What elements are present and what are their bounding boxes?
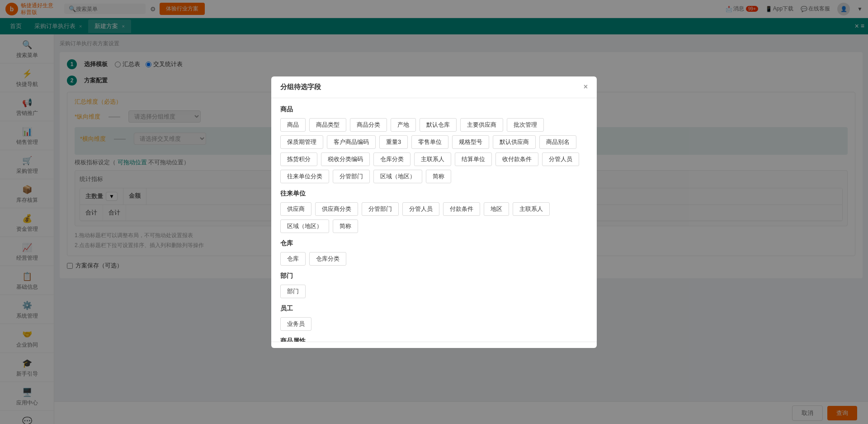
field-tag[interactable]: 批次管理 xyxy=(507,118,544,132)
field-tag[interactable]: 默认供应商 xyxy=(493,135,536,149)
field-tag[interactable]: 收付款条件 xyxy=(495,152,538,166)
field-tag[interactable]: 客户商品编码 xyxy=(327,135,376,149)
field-tag[interactable]: 主要供应商 xyxy=(460,118,503,132)
field-tag[interactable]: 区域（地区） xyxy=(280,219,329,233)
field-tag[interactable]: 部门 xyxy=(280,285,306,298)
modal-dialog: 分组待选字段 × 商品 商品 商品类型 商品分类 产地 默认仓库 主要供应商 批… xyxy=(271,76,597,348)
modal-header: 分组待选字段 × xyxy=(271,76,597,98)
field-tag[interactable]: 分管人员 xyxy=(542,152,579,166)
field-tag[interactable]: 仓库分类 xyxy=(309,252,346,266)
field-tag[interactable]: 简称 xyxy=(333,219,358,233)
field-tag[interactable]: 分管人员 xyxy=(402,202,439,216)
modal-body: 商品 商品 商品类型 商品分类 产地 默认仓库 主要供应商 批次管理 保质期管理… xyxy=(271,98,597,342)
field-tag[interactable]: 仓库 xyxy=(280,252,306,266)
field-tags-partners: 供应商 供应商分类 分管部门 分管人员 付款条件 地区 主联系人 区域（地区） … xyxy=(280,202,588,233)
field-tag[interactable]: 商品别名 xyxy=(539,135,576,149)
field-tag[interactable]: 供应商 xyxy=(280,202,311,216)
field-tags-warehouse: 仓库 仓库分类 xyxy=(280,252,588,266)
field-tag[interactable]: 供应商分类 xyxy=(315,202,358,216)
field-tag[interactable]: 简称 xyxy=(426,170,451,183)
field-tag[interactable]: 结算单位 xyxy=(455,152,492,166)
field-tag[interactable]: 重量3 xyxy=(379,135,408,149)
section-title-goods: 商品 xyxy=(280,105,588,114)
section-title-dept: 部门 xyxy=(280,272,588,280)
field-tags-dept: 部门 xyxy=(280,285,588,298)
section-title-goods-attr: 商品属性 xyxy=(280,337,588,342)
modal-hscroll[interactable] xyxy=(271,342,597,348)
field-tag[interactable]: 商品类型 xyxy=(309,118,346,132)
field-tag[interactable]: 地区 xyxy=(484,202,509,216)
field-tag[interactable]: 区域（地区） xyxy=(373,170,422,183)
field-tag[interactable]: 仓库分类 xyxy=(373,152,410,166)
field-tag[interactable]: 拣货积分 xyxy=(280,152,317,166)
field-tag[interactable]: 往来单位分类 xyxy=(280,170,329,183)
field-tag[interactable]: 规格型号 xyxy=(452,135,489,149)
section-title-staff: 员工 xyxy=(280,305,588,313)
modal-title: 分组待选字段 xyxy=(280,83,321,91)
modal-close-button[interactable]: × xyxy=(584,83,588,91)
field-tag[interactable]: 主联系人 xyxy=(414,152,451,166)
field-tags-staff: 业务员 xyxy=(280,317,588,331)
field-tag[interactable]: 默认仓库 xyxy=(420,118,457,132)
field-tags-goods: 商品 商品类型 商品分类 产地 默认仓库 主要供应商 批次管理 保质期管理 客户… xyxy=(280,118,588,183)
field-tag[interactable]: 保质期管理 xyxy=(280,135,323,149)
field-tag[interactable]: 分管部门 xyxy=(333,170,370,183)
section-title-warehouse: 仓库 xyxy=(280,239,588,248)
section-title-partners: 往来单位 xyxy=(280,190,588,198)
field-tag[interactable]: 主联系人 xyxy=(513,202,550,216)
field-tag[interactable]: 商品分类 xyxy=(350,118,387,132)
field-tag[interactable]: 分管部门 xyxy=(362,202,399,216)
modal-overlay: 分组待选字段 × 商品 商品 商品类型 商品分类 产地 默认仓库 主要供应商 批… xyxy=(0,0,868,424)
field-tag[interactable]: 税收分类编码 xyxy=(321,152,370,166)
field-tag[interactable]: 商品 xyxy=(280,118,306,132)
field-tag[interactable]: 业务员 xyxy=(280,317,311,331)
field-tag[interactable]: 产地 xyxy=(391,118,416,132)
field-tag[interactable]: 付款条件 xyxy=(443,202,480,216)
field-tag[interactable]: 零售单位 xyxy=(411,135,448,149)
